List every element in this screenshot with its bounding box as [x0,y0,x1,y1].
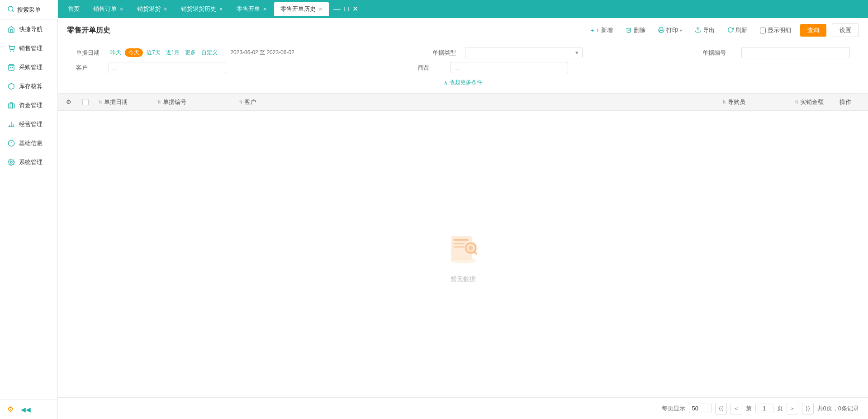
svg-point-0 [8,6,13,11]
tab-sales-return[interactable]: 销货退货 ✕ [131,2,174,16]
sidebar-collapse-icon[interactable]: ◀◀ [21,406,31,413]
product-input-placeholder: ... [455,64,460,71]
col-settings[interactable]: ⚙ [62,99,79,105]
date-today[interactable]: 今天 [125,48,143,57]
sidebar-item-finance-mgmt[interactable]: 资金管理 [0,96,57,115]
display-cols-button[interactable]: 显示明细 [756,24,795,36]
refresh-button[interactable]: 刷新 [724,24,751,36]
sidebar-item-label: 库存核算 [19,82,43,90]
tab-close-icon[interactable]: ✕ [119,7,123,12]
tab-home[interactable]: 首页 [62,2,86,16]
print-button[interactable]: 打印 ▾ [655,24,686,36]
sidebar-item-purchase-mgmt[interactable]: 采购管理 [0,58,57,77]
date-1month[interactable]: 近1月 [164,48,182,57]
page-label: 第 [746,405,752,413]
col-amount-header[interactable]: ⇅ 实销金额 [773,98,827,106]
toolbar: + + 新增 删除 [587,24,859,37]
svg-point-2 [10,51,10,51]
customer-input-placeholder: ... [113,64,118,71]
first-page-button[interactable]: ⟨⟨ [715,403,727,414]
settings-col-icon: ⚙ [66,99,71,105]
customer-filter-label: 客户 [76,64,101,72]
sidebar-item-label: 系统管理 [19,158,43,166]
col-guide-header[interactable]: ⇅ 导购员 [719,98,773,106]
print-icon [658,27,664,34]
sidebar-item-stock-mgmt[interactable]: 库存核算 [0,77,57,96]
number-filter-label: 单据编号 [702,49,734,57]
tab-sales-order[interactable]: 销售订单 ✕ [87,2,130,16]
tab-retail-open-history[interactable]: 零售开单历史 ✕ [274,2,329,16]
prev-page-button[interactable]: ＜ [730,403,742,414]
search-icon [7,5,14,14]
tab-retail-open[interactable]: 零售开单 ✕ [230,2,273,16]
page-title-row: 零售开单历史 + + 新增 删除 [67,24,859,37]
empty-state: 暂无数据 [58,111,868,397]
sidebar-item-quick-nav[interactable]: 快捷导航 [0,20,57,39]
tab-close-icon[interactable]: ✕ [163,7,167,12]
bag-icon [7,63,15,71]
type-filter-select[interactable]: ▾ [465,47,583,58]
refresh-icon [727,27,734,34]
sidebar-item-basic-info[interactable]: 基础信息 [0,134,57,153]
box-icon [7,82,15,90]
svg-rect-14 [660,30,663,33]
col-customer-header[interactable]: ⇅ 客户 [235,98,719,106]
svg-rect-19 [453,243,465,244]
add-button[interactable]: + + 新增 [587,24,617,36]
page-header: 零售开单历史 + + 新增 删除 [58,18,868,94]
col-action-header: 操作 [827,98,863,106]
sidebar-item-sales-mgmt[interactable]: 销售管理 [0,39,57,58]
page-unit: 页 [777,405,783,413]
collapse-filter-btn[interactable]: ∧ 收起更多条件 [76,77,850,88]
last-page-button[interactable]: ⟩⟩ [802,403,814,414]
svg-point-24 [468,246,473,250]
tab-close-icon[interactable]: ✕ [318,7,323,12]
date-more[interactable]: 更多 [183,48,198,57]
svg-point-3 [14,51,14,51]
col-date-header[interactable]: ⇅ 单据日期 [95,98,154,106]
select-all-checkbox[interactable] [82,99,89,105]
query-button[interactable]: 查询 [800,24,826,37]
product-filter-input[interactable]: ... [451,62,568,73]
number-filter-input[interactable] [741,47,850,58]
col-number-header[interactable]: ⇅ 单据编号 [154,98,235,106]
delete-button[interactable]: 删除 [622,24,649,36]
tab-sales-return-history[interactable]: 销货退货历史 ✕ [175,2,229,16]
sidebar: 搜索采单 快捷导航 销售管理 采购管理 [0,0,58,419]
page-title: 零售开单历史 [67,26,110,35]
close-button[interactable]: ✕ [352,5,358,13]
per-page-select[interactable]: 50 20 100 [689,404,711,413]
bottom-settings-icon[interactable]: ⚙ [7,405,14,414]
settings-button[interactable]: 设置 [832,24,859,37]
date-7days[interactable]: 近7天 [145,48,162,57]
customer-filter-input[interactable]: ... [109,62,226,73]
current-page-input[interactable] [755,404,773,413]
date-range-display: 2023-06-02 至 2023-06-02 [230,49,294,56]
col-check[interactable] [79,99,95,105]
cart-icon [7,44,15,52]
maximize-button[interactable]: □ [344,5,349,13]
date-custom[interactable]: 自定义 [199,48,219,57]
info-icon [7,139,15,147]
sidebar-item-sys-mgmt[interactable]: 系统管理 [0,153,57,172]
date-yesterday[interactable]: 昨天 [109,48,123,57]
tab-close-icon[interactable]: ✕ [219,7,223,12]
gear-icon [7,158,15,166]
sort-icon: ⇅ [99,99,102,104]
sidebar-search-label: 搜索采单 [17,6,41,14]
main-area: 首页 销售订单 ✕ 销货退货 ✕ 销货退货历史 ✕ 零售开单 ✕ 零售开单历史 … [58,0,868,419]
display-cols-checkbox[interactable] [760,28,766,33]
tab-close-icon[interactable]: ✕ [263,7,267,12]
svg-rect-5 [8,104,14,108]
sidebar-search[interactable]: 搜索采单 [0,0,57,20]
next-page-button[interactable]: ＞ [787,403,798,414]
sidebar-item-label: 采购管理 [19,63,43,71]
export-button[interactable]: 导出 [691,24,718,36]
sidebar-item-ops-mgmt[interactable]: 经营管理 [0,115,57,134]
money-icon [7,101,15,109]
minimize-button[interactable]: — [333,5,341,13]
add-icon: + [591,27,594,34]
chart-icon [7,120,15,128]
filter-area: 单据日期 昨天 今天 近7天 近1月 更多 自定义 2023-06-02 至 2… [67,42,859,93]
filter-row-1: 单据日期 昨天 今天 近7天 近1月 更多 自定义 2023-06-02 至 2… [76,47,850,58]
